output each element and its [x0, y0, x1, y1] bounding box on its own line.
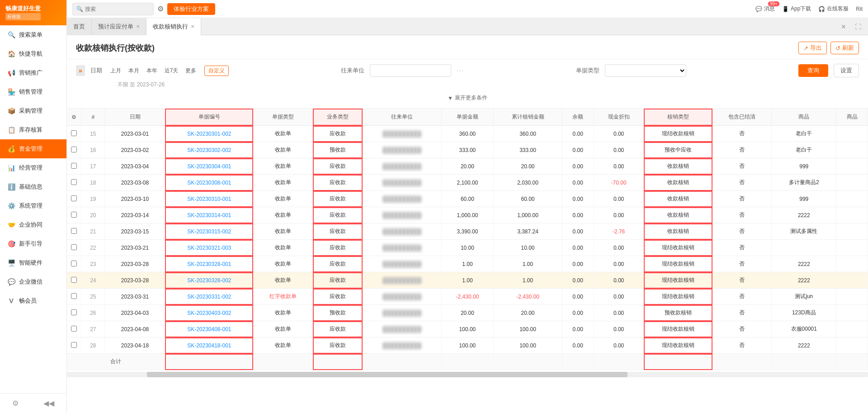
td-checkbox[interactable] [67, 158, 81, 175]
app-download-button[interactable]: 📱 App下载 [782, 5, 811, 13]
bill-no-link[interactable]: SK-20230304-001 [187, 163, 231, 170]
filter-expand-button[interactable]: » [76, 65, 85, 76]
td-checkbox[interactable] [67, 207, 81, 223]
refresh-icon: ↺ [835, 45, 840, 52]
user-name[interactable]: Rit [856, 6, 863, 12]
td-partner: ██████████ [363, 175, 441, 191]
td-date: 2023-03-28 [105, 272, 165, 289]
sidebar-item-guide[interactable]: 🎯新手引导 [0, 234, 66, 253]
td-total-write-off: 333.00 [494, 142, 562, 158]
gear-icon[interactable]: ⚙ [157, 5, 164, 13]
filter-setting-button[interactable]: 设置 [834, 64, 859, 77]
td-checkbox[interactable] [67, 240, 81, 256]
bill-no-link[interactable]: SK-20230308-001 [187, 180, 231, 186]
td-goods2 [836, 305, 868, 321]
bill-no-link[interactable]: SK-20230302-002 [187, 147, 231, 153]
filter-expand-more-button[interactable]: ▼ 展开更多条件 [448, 94, 487, 102]
td-goods: 多计量商品2 [772, 175, 836, 191]
table-row: 22 2023-03-21 SK-20230321-003 收款单 应收款 ██… [67, 240, 868, 256]
filter-partner-input[interactable] [370, 64, 451, 77]
td-checkbox[interactable] [67, 175, 81, 191]
sidebar-item-hardware[interactable]: 🖥️智能硬件 [0, 253, 66, 272]
td-bill-amount: 100.00 [441, 337, 493, 354]
filter-more[interactable]: 更多 [183, 66, 199, 76]
td-checkbox[interactable] [67, 289, 81, 305]
sidebar-item-quick-nav[interactable]: 🏠快捷导航 [0, 44, 66, 63]
filter-this-year[interactable]: 本年 [144, 66, 160, 76]
bill-no-link[interactable]: SK-20230315-002 [187, 228, 231, 235]
td-bill-no: SK-20230321-003 [165, 240, 253, 256]
bill-no-link[interactable]: SK-20230328-001 [187, 261, 231, 267]
sidebar-item-finance[interactable]: 💰资金管理 [0, 139, 66, 158]
filter-query-button[interactable]: 查询 [798, 64, 828, 77]
td-checkbox[interactable] [67, 256, 81, 272]
sidebar-item-operation[interactable]: 📊经营管理 [0, 158, 66, 177]
tab-collection-label: 收款核销执行 [153, 23, 188, 31]
td-checkbox[interactable] [67, 305, 81, 321]
td-cash-discount: 0.00 [594, 240, 644, 256]
bill-no-link[interactable]: SK-20230408-001 [187, 326, 231, 332]
tab-prepaid[interactable]: 预计应应付单 ✕ [92, 18, 146, 35]
td-bill-type: 收款单 [253, 240, 312, 256]
filter-custom-button[interactable]: 自定义 [204, 66, 229, 76]
online-service-button[interactable]: 🎧 在线客服 [818, 5, 849, 13]
td-bill-no: SK-20230331-002 [165, 289, 253, 305]
sidebar-item-inventory[interactable]: 📋库存核算 [0, 120, 66, 139]
td-checkbox[interactable] [67, 223, 81, 240]
bill-no-link[interactable]: SK-20230418-001 [187, 342, 231, 349]
bill-no-link[interactable]: SK-20230314-001 [187, 212, 231, 218]
sidebar-item-search-menu[interactable]: 🔍搜索菜单 [0, 25, 66, 44]
td-include-settled: 否 [712, 126, 772, 142]
td-cash-discount: 0.00 [594, 321, 644, 337]
bill-no-link[interactable]: SK-20230301-002 [187, 131, 231, 137]
filter-bill-type-select[interactable] [605, 64, 686, 77]
th-gear[interactable]: ⚙ [67, 109, 81, 126]
tab-expand-icon[interactable]: ⛶ [852, 20, 864, 33]
sidebar-item-purchase[interactable]: 📦采购管理 [0, 101, 66, 120]
td-checkbox[interactable] [67, 272, 81, 289]
search-input[interactable] [85, 6, 139, 12]
sidebar-item-basic[interactable]: ℹ️基础信息 [0, 177, 66, 196]
bill-no-link[interactable]: SK-20230331-002 [187, 294, 231, 300]
td-goods [772, 240, 836, 256]
bill-no-link[interactable]: SK-20230328-002 [187, 277, 231, 284]
sidebar-item-corp[interactable]: 🤝企业协同 [0, 215, 66, 234]
td-partner: ██████████ [363, 256, 441, 272]
bill-no-link[interactable]: SK-20230403-002 [187, 310, 231, 316]
td-checkbox[interactable] [67, 191, 81, 207]
sidebar-item-wechat[interactable]: 💬企业微信 [0, 272, 66, 291]
sidebar-settings-icon[interactable]: ⚙ [9, 397, 22, 409]
sidebar-item-marketing[interactable]: 📢营销推广 [0, 63, 66, 82]
tab-collection-close[interactable]: ✕ [191, 24, 194, 29]
tab-home[interactable]: 首页 [67, 18, 92, 35]
message-button[interactable]: 💬 消息 99+ [755, 5, 775, 13]
bill-no-link[interactable]: SK-20230310-001 [187, 196, 231, 202]
tab-close-all-icon[interactable]: ✕ [837, 20, 850, 33]
sidebar-item-system[interactable]: ⚙️系统管理 [0, 196, 66, 215]
td-checkbox[interactable] [67, 321, 81, 337]
th-write-off-type: 核销类型 [644, 109, 712, 126]
topbar-search-box[interactable]: 🔍 [72, 3, 154, 15]
sidebar-item-member[interactable]: V畅会员 [0, 291, 66, 310]
sidebar-bottom: ⚙ ◀◀ [0, 393, 66, 413]
sidebar-item-sales[interactable]: 🏪销售管理 [0, 82, 66, 101]
tab-collection[interactable]: 收款核销执行 ✕ [146, 18, 201, 35]
tfoot-biz-type [313, 354, 363, 370]
td-checkbox[interactable] [67, 337, 81, 354]
td-bill-amount: 1.00 [441, 256, 493, 272]
td-biz-type: 应收款 [313, 337, 363, 354]
tab-prepaid-close[interactable]: ✕ [136, 24, 140, 29]
td-biz-type: 应收款 [313, 289, 363, 305]
td-include-settled: 否 [712, 337, 772, 354]
filter-this-month[interactable]: 本月 [126, 66, 142, 76]
refresh-button[interactable]: ↺ 刷新 [830, 42, 859, 54]
sidebar-collapse-icon[interactable]: ◀◀ [40, 397, 58, 409]
filter-last-month[interactable]: 上月 [108, 66, 124, 76]
td-checkbox[interactable] [67, 126, 81, 142]
filter-7days[interactable]: 近7天 [162, 66, 181, 76]
solution-button[interactable]: 体验行业方案 [167, 3, 215, 15]
td-cash-discount: 0.00 [594, 337, 644, 354]
bill-no-link[interactable]: SK-20230321-003 [187, 245, 231, 251]
td-checkbox[interactable] [67, 142, 81, 158]
export-button[interactable]: ↗ 导出 [798, 42, 827, 54]
